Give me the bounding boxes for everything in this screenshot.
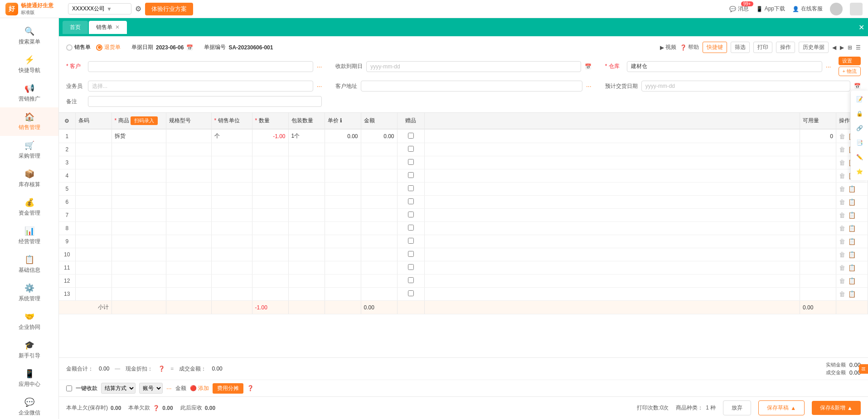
row-barcode[interactable] [75, 143, 112, 156]
row-spec[interactable] [166, 143, 211, 156]
sidebar-item-quick-nav[interactable]: ⚡ 快捷导航 [0, 50, 58, 79]
sidebar-item-inventory[interactable]: 📦 库存核算 [0, 164, 58, 193]
fee-split-btn[interactable]: 费用分摊 [213, 383, 243, 394]
row-barcode[interactable] [75, 156, 112, 169]
row-quantity[interactable] [252, 169, 288, 183]
sidebar-item-system[interactable]: ⚙️ 系统管理 [0, 279, 58, 307]
save-draft-btn[interactable]: 保存草稿 ▲ [758, 400, 805, 415]
row-gift[interactable] [397, 129, 424, 143]
float-notes-icon[interactable]: 📝 [853, 92, 866, 106]
history-btn[interactable]: 历史单据 [799, 42, 829, 53]
row-notes[interactable] [424, 222, 800, 235]
account-more-btn[interactable]: ··· [166, 385, 172, 392]
fee-help-icon[interactable]: ❓ [247, 385, 254, 391]
row-product[interactable] [112, 143, 166, 156]
row-spec[interactable] [166, 261, 211, 275]
row-barcode[interactable] [75, 209, 112, 222]
due-date-input[interactable] [366, 61, 581, 72]
row-product[interactable] [112, 261, 166, 275]
row-product[interactable] [112, 209, 166, 222]
row-unit-price[interactable] [325, 156, 361, 169]
row-gift[interactable] [397, 183, 424, 196]
row-barcode[interactable] [75, 222, 112, 235]
customer-more-btn[interactable]: ··· [317, 63, 322, 70]
list-view-icon[interactable]: ☰ [856, 44, 861, 51]
copy-icon[interactable]: 📋 [848, 212, 856, 219]
row-quantity[interactable] [252, 248, 288, 261]
row-gift[interactable] [397, 261, 424, 275]
row-gift[interactable] [397, 169, 424, 183]
row-gift[interactable] [397, 235, 424, 248]
row-spec[interactable] [166, 196, 211, 209]
row-notes[interactable] [424, 288, 800, 301]
row-spec[interactable] [166, 288, 211, 301]
return-order-radio[interactable]: 退货单 [96, 43, 121, 51]
trial-button[interactable]: 体验行业方案 [145, 3, 193, 15]
row-notes[interactable] [424, 209, 800, 222]
row-spec[interactable] [166, 183, 211, 196]
row-product[interactable] [112, 156, 166, 169]
row-unit-price[interactable] [325, 235, 361, 248]
float-bottom-btn[interactable]: Itl [859, 364, 868, 374]
row-quantity[interactable] [252, 196, 288, 209]
row-unit-price[interactable] [325, 209, 361, 222]
row-quantity[interactable] [252, 222, 288, 235]
one-click-checkbox[interactable] [66, 385, 72, 391]
row-spec[interactable] [166, 222, 211, 235]
row-unit-price[interactable]: 0.00 [325, 129, 361, 143]
sidebar-item-finance[interactable]: 💰 资金管理 [0, 193, 58, 222]
row-product[interactable] [112, 275, 166, 288]
app-download-btn[interactable]: 📱 App下载 [756, 5, 785, 13]
row-notes[interactable] [424, 169, 800, 183]
company-selector[interactable]: XXXXXX公司 ▼ [68, 3, 131, 14]
help-icon-balance[interactable]: ❓ [153, 405, 160, 411]
row-unit-price[interactable] [325, 248, 361, 261]
warehouse-settings-btn[interactable]: 设置 [839, 57, 861, 65]
row-barcode[interactable] [75, 261, 112, 275]
row-notes[interactable] [424, 143, 800, 156]
row-unit-price[interactable] [325, 288, 361, 301]
sidebar-item-purchase[interactable]: 🛒 采购管理 [0, 136, 58, 164]
user-menu[interactable] [850, 3, 863, 15]
tab-sales-order[interactable]: 销售单 ✕ [89, 21, 127, 34]
delete-icon[interactable]: 🗑 [839, 251, 845, 258]
row-product[interactable] [112, 235, 166, 248]
row-notes[interactable] [424, 275, 800, 288]
row-unit-price[interactable] [325, 183, 361, 196]
row-barcode[interactable] [75, 248, 112, 261]
delete-icon[interactable]: 🗑 [839, 238, 845, 245]
sidebar-item-wechat[interactable]: 💬 企业微信 [0, 393, 58, 419]
row-product[interactable] [112, 248, 166, 261]
row-gift[interactable] [397, 275, 424, 288]
row-unit-price[interactable] [325, 196, 361, 209]
copy-icon[interactable]: 📋 [848, 290, 856, 298]
tab-home[interactable]: 首页 [63, 21, 88, 34]
copy-icon[interactable]: 📋 [848, 185, 856, 193]
print-btn[interactable]: 打印 [753, 42, 772, 53]
grid-view-icon[interactable]: ⊞ [848, 44, 852, 51]
row-barcode[interactable] [75, 196, 112, 209]
delete-icon[interactable]: 🗑 [839, 172, 845, 179]
float-doc-icon[interactable]: 📑 [853, 136, 866, 149]
salesperson-more-btn[interactable]: ··· [317, 82, 322, 90]
customer-address-more-btn[interactable]: ··· [586, 82, 592, 90]
col-settings[interactable]: ⚙ [59, 113, 75, 129]
copy-icon[interactable]: 📋 [848, 251, 856, 258]
row-quantity[interactable] [252, 261, 288, 275]
row-spec[interactable] [166, 235, 211, 248]
row-product[interactable] [112, 183, 166, 196]
row-notes[interactable] [424, 261, 800, 275]
row-spec[interactable] [166, 248, 211, 261]
row-notes[interactable] [424, 156, 800, 169]
logistics-btn[interactable]: + 物流 [839, 67, 861, 76]
delete-icon[interactable]: 🗑 [839, 264, 845, 271]
sidebar-item-marketing[interactable]: 📢 营销推广 [0, 79, 58, 107]
due-date-calendar-icon[interactable]: 📅 [585, 63, 592, 70]
notes-input[interactable] [88, 96, 322, 107]
row-spec[interactable] [166, 209, 211, 222]
row-gift[interactable] [397, 143, 424, 156]
delete-icon[interactable]: 🗑 [839, 212, 845, 219]
copy-icon[interactable]: 📋 [848, 225, 856, 232]
row-product[interactable] [112, 288, 166, 301]
save-new-btn[interactable]: 保存&新增 ▲ [812, 401, 861, 415]
